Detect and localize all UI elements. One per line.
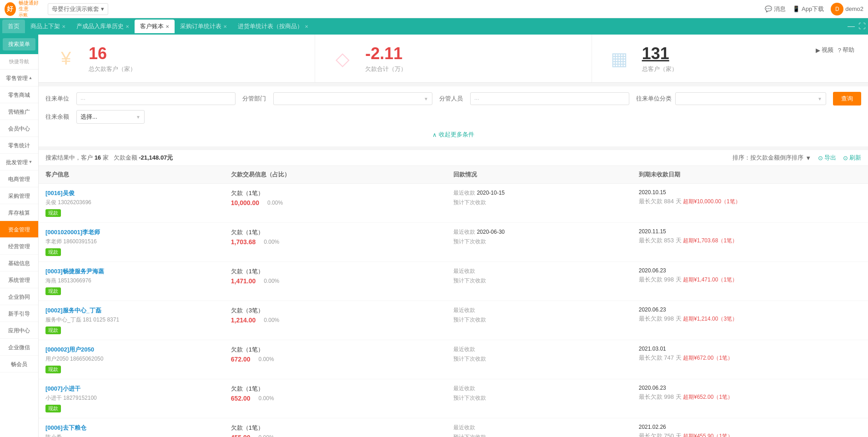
search-menu-btn[interactable]: 搜索菜单 [3, 38, 35, 50]
overdue-link-4[interactable]: 超期¥672.00（1笔） [683, 355, 733, 361]
close-icon[interactable]: ✕ [223, 24, 227, 29]
debt-amount-3: 1,214.00 [231, 316, 256, 324]
sidebar-item-purchase-mgmt[interactable]: 采购管理 [0, 187, 38, 204]
sidebar-item-retail-stats[interactable]: 零售统计 [0, 137, 38, 154]
close-icon[interactable]: ✕ [305, 24, 308, 29]
collapse-btn[interactable]: ∧ 收起更多条件 [45, 128, 861, 141]
sidebar-item-system-mgmt[interactable]: 系统管理 [0, 271, 38, 288]
stats-row: ¥ 16 总欠款客户（家） ◇ -2.11 欠款合计（万） ▦ 131 总客户（… [39, 35, 868, 83]
sort-select[interactable]: 排序：按欠款金额倒序排序 ▼ [733, 154, 811, 162]
customer-name-4[interactable]: [000002]用户2050 [45, 346, 231, 354]
overdue-link-0[interactable]: 超期¥10,000.00（1笔） [683, 198, 741, 205]
customer-name-2[interactable]: [0003]畅捷服务尹海蒸 [45, 267, 231, 276]
stat-content-1: -2.11 欠款合计（万） [365, 44, 577, 73]
sidebar-item-inventory[interactable]: 库存核算 [0, 204, 38, 221]
overdue-days-5: 最长欠款 998 天 超期¥652.00（1笔） [639, 393, 861, 401]
customer-name-3[interactable]: [0002]服务中心_丁磊 [45, 306, 231, 315]
chevron-down-icon: ▼ [424, 96, 428, 101]
tab-home[interactable]: 首页 [2, 20, 25, 33]
overdue-link-2[interactable]: 超期¥1,471.00（1笔） [683, 276, 738, 283]
debt-amount-4: 672.00 [231, 356, 251, 363]
tab-product-shelf[interactable]: 商品上下架 ✕ [25, 20, 71, 33]
message-btn[interactable]: 💬 消息 [765, 5, 786, 13]
sidebar-item-ecommerce[interactable]: 电商管理 [0, 171, 38, 187]
stat-content-2: 131 总客户（家） [642, 44, 807, 73]
overdue-cell-4: 2021.03.01 最长欠款 747 天 超期¥672.00（1笔） [639, 346, 861, 362]
sidebar-item-batch-mgmt[interactable]: 批发管理 ▼ [0, 154, 38, 171]
sidebar-item-vip-member[interactable]: 畅会员 [0, 356, 38, 372]
close-icon[interactable]: ✕ [125, 24, 129, 29]
refresh-btn[interactable]: ⊙ 刷新 [843, 154, 861, 162]
overdue-cell-6: 2021.02.26 最长欠款 750 天 超期¥455.90（1笔） [639, 424, 861, 437]
debt-count-4: 欠款（1笔） [231, 346, 453, 354]
table-row: [000002]用户2050 用户2050 18665062050 现款 欠款（… [39, 340, 868, 379]
overdue-link-3[interactable]: 超期¥1,214.00（3笔） [683, 316, 738, 322]
tab-bar: 首页 商品上下架 ✕ 产成品入库单历史 ✕ 客户账本 ✕ 采购订单统计表 ✕ 进… [0, 18, 868, 35]
customer-name-1[interactable]: [0001020001]李老师 [45, 228, 231, 236]
tab-purchase-order-label: 采购订单统计表 [180, 22, 221, 30]
overdue-date-3: 2020.06.23 [639, 306, 861, 313]
unit-category-select[interactable]: ▼ [675, 92, 826, 105]
person-input[interactable]: ··· [470, 92, 629, 105]
overdue-link-1[interactable]: 超期¥1,703.68（1笔） [683, 237, 738, 244]
customer-info-0: 吴俊 13026203696 [45, 199, 231, 206]
overdue-link-5[interactable]: 超期¥652.00（1笔） [683, 394, 733, 400]
debt-cell-2: 欠款（1笔） 1,471.00 0.00% [231, 267, 453, 285]
page-area: ¥ 16 总欠款客户（家） ◇ -2.11 欠款合计（万） ▦ 131 总客户（… [39, 35, 868, 437]
customer-cell-1: [0001020001]李老师 李老师 18600391516 现款 [45, 228, 231, 256]
close-icon[interactable]: ✕ [166, 24, 169, 29]
customer-name-5[interactable]: [0007]小进干 [45, 385, 231, 393]
unit-category-label: 往来单位分类 [636, 95, 672, 103]
tag-now-5: 现款 [45, 405, 61, 412]
sidebar-item-basic-info[interactable]: 基础信息 [0, 255, 38, 271]
tab-purchase-order[interactable]: 采购订单统计表 ✕ [175, 20, 232, 33]
tab-maximize-icon[interactable]: ⛶ [858, 22, 866, 30]
sidebar-item-enterprise-wechat[interactable]: 企业微信 [0, 339, 38, 356]
search-button[interactable]: 查询 [833, 92, 861, 105]
data-table: 客户信息 欠款交易信息（占比） 回款情况 到期未收款日期 [0016]吴俊 吴俊… [39, 166, 868, 437]
help-btn[interactable]: ? 帮助 [838, 46, 854, 54]
sidebar-item-retail-mgmt[interactable]: 零售管理 ▲ [0, 70, 38, 86]
customer-name-6[interactable]: [0006]去下粮仓 [45, 424, 231, 432]
tab-bar-actions: — ⛶ [848, 22, 866, 30]
result-bar: 搜索结果中，客户 16 家 欠款金额 -21,148.07元 排序：按欠款金额倒… [39, 150, 868, 166]
department-select[interactable]: ▼ [273, 92, 432, 105]
sidebar-item-finance[interactable]: 资金管理 [0, 221, 38, 238]
sidebar-item-enterprise-collab[interactable]: 企业协同 [0, 288, 38, 305]
chevron-down-icon: ▼ [805, 155, 811, 161]
close-icon[interactable]: ✕ [62, 24, 65, 29]
debt-count-1: 欠款（1笔） [231, 228, 453, 236]
sidebar-item-member-center[interactable]: 会员中心 [0, 120, 38, 137]
overdue-date-0: 2020.10.15 [639, 189, 861, 196]
collection-cell-0: 最近收款 2020-10-15 预计下次收款 [453, 189, 639, 206]
export-btn[interactable]: ⊙ 导出 [818, 154, 836, 162]
debt-amount-0: 10,000.00 [231, 199, 259, 206]
debt-cell-6: 欠款（1笔） 455.90 0.00% [231, 424, 453, 437]
industry-selector[interactable]: 母婴行业演示账套 ▾ [48, 3, 108, 15]
tab-customer-account[interactable]: 客户账本 ✕ [135, 20, 175, 33]
quick-nav-label: 快捷导航 [3, 57, 35, 66]
overdue-link-6[interactable]: 超期¥455.90（1笔） [683, 433, 733, 437]
debt-cell-0: 欠款（1笔） 10,000.00 0.00% [231, 189, 453, 206]
app-download-btn[interactable]: 📱 App下载 [793, 5, 824, 13]
tab-product-history[interactable]: 产成品入库单历史 ✕ [71, 20, 135, 33]
view-btn[interactable]: ▶ 视频 [816, 46, 833, 54]
logo-text: 畅捷通好生意示账 [19, 0, 43, 18]
col-header-debt: 欠款交易信息（占比） [231, 171, 453, 179]
customer-name-0[interactable]: [0016]吴俊 [45, 189, 231, 197]
sidebar-item-retail-mall[interactable]: 零售商城 [0, 86, 38, 103]
sidebar-item-new-guide[interactable]: 新手引导 [0, 305, 38, 322]
from-unit-input[interactable]: ··· [76, 92, 236, 105]
sidebar-item-business-mgmt[interactable]: 经营管理 [0, 238, 38, 255]
tab-minimize-icon[interactable]: — [848, 22, 855, 30]
stat-number-0: 16 [89, 44, 301, 63]
sidebar-item-marketing[interactable]: 营销推广 [0, 103, 38, 120]
sidebar-item-app-center[interactable]: 应用中心 [0, 322, 38, 339]
tab-purchase-stats[interactable]: 进货单统计表（按商品） ✕ [232, 20, 314, 33]
overdue-cell-3: 2020.06.23 最长欠款 998 天 超期¥1,214.00（3笔） [639, 306, 861, 323]
balance-select[interactable]: 选择... ▼ [76, 110, 145, 124]
user-avatar[interactable]: D demo2 [831, 3, 863, 15]
help-icon: ? [838, 47, 841, 54]
chevron-down-icon: ▼ [136, 115, 140, 120]
debt-amount-1: 1,703.68 [231, 238, 256, 246]
